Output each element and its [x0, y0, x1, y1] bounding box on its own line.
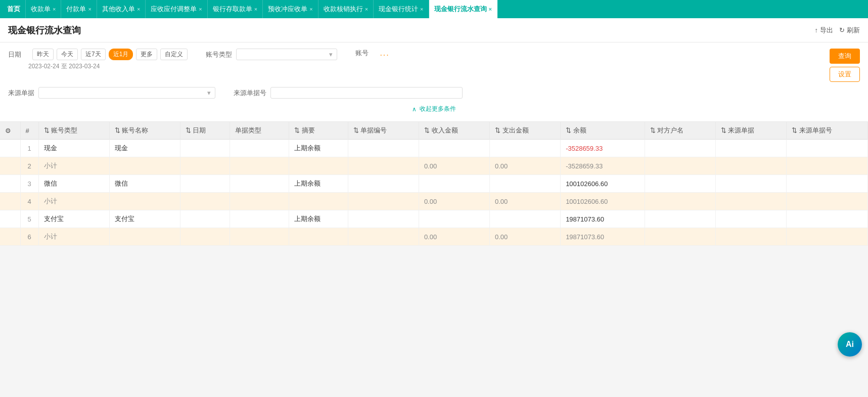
col-doc-no[interactable]: ⇅ 单据编号 — [348, 122, 419, 140]
row-income: 0.00 — [419, 228, 489, 246]
nav-tab-6-label: 收款核销执行 — [324, 5, 363, 14]
header-actions: ↑ 导出 ↻ 刷新 — [815, 26, 860, 35]
row-source-doc-no — [786, 175, 867, 193]
date-btn-custom[interactable]: 自定义 — [160, 49, 188, 60]
row-source-doc — [715, 157, 786, 175]
row-balance: 19871073.60 — [561, 210, 645, 228]
row-counterparty — [645, 193, 715, 210]
row-date — [180, 175, 230, 193]
row-num: 3 — [20, 175, 38, 193]
col-date[interactable]: ⇅ 日期 — [180, 122, 230, 140]
row-source-doc-no — [786, 157, 867, 175]
row-account-type: 小计 — [38, 228, 109, 246]
nav-tab-8[interactable]: 现金银行流水查询 × — [429, 0, 497, 18]
row-doc-type — [230, 193, 289, 210]
dropdown-icon: ▾ — [329, 51, 333, 58]
row-balance: -3528659.33 — [561, 157, 645, 175]
col-balance[interactable]: ⇅ 余额 — [561, 122, 645, 140]
nav-tab-6[interactable]: 收款核销执行 × — [318, 0, 374, 18]
row-income — [419, 175, 489, 193]
table-row: 1 现金 现金 上期余额 -3528659.33 — [0, 140, 868, 157]
date-options: 昨天 今天 近7天 近1月 更多 自定义 — [32, 49, 188, 60]
date-btn-today[interactable]: 今天 — [57, 49, 78, 60]
settings-button[interactable]: 设置 — [830, 67, 860, 82]
row-summary: 上期余额 — [289, 210, 348, 228]
row-balance: 19871073.60 — [561, 228, 645, 246]
row-num: 5 — [20, 210, 38, 228]
nav-tab-2[interactable]: 其他收入单 × — [97, 0, 146, 18]
date-btn-7days[interactable]: 近7天 — [81, 49, 106, 60]
export-icon: ↑ — [815, 26, 818, 34]
date-btn-more[interactable]: 更多 — [136, 49, 157, 60]
nav-tab-7-label: 现金银行统计 — [379, 5, 418, 14]
nav-tab-0[interactable]: 收款单 × — [26, 0, 61, 18]
table-row: 5 支付宝 支付宝 上期余额 19871073.60 — [0, 210, 868, 228]
row-income: 0.00 — [419, 157, 489, 175]
export-button[interactable]: ↑ 导出 — [815, 26, 834, 35]
row-account-name: 微信 — [109, 175, 180, 193]
row-account-type: 现金 — [38, 140, 109, 157]
row-expense: 0.00 — [490, 193, 561, 210]
nav-tab-3[interactable]: 应收应付调整单 × — [146, 0, 207, 18]
row-source-doc — [715, 140, 786, 157]
nav-tab-5-close[interactable]: × — [309, 6, 312, 12]
nav-home[interactable]: 首页 — [2, 0, 26, 18]
refresh-button[interactable]: ↻ 刷新 — [839, 26, 860, 35]
nav-tab-1-close[interactable]: × — [88, 6, 91, 12]
nav-tab-7-close[interactable]: × — [420, 6, 423, 12]
query-button[interactable]: 查询 — [830, 49, 860, 64]
row-doc-type — [230, 210, 289, 228]
col-expense[interactable]: ⇅ 支出金额 — [490, 122, 561, 140]
nav-tab-3-close[interactable]: × — [199, 6, 202, 12]
account-more-btn[interactable]: ... — [380, 49, 389, 58]
source-doc-no-label: 来源单据号 — [234, 89, 266, 98]
nav-tab-1[interactable]: 付款单 × — [61, 0, 97, 18]
col-counterparty[interactable]: ⇅ 对方户名 — [645, 122, 715, 140]
nav-tab-0-close[interactable]: × — [53, 6, 56, 12]
row-doc-no — [348, 157, 419, 175]
row-num: 2 — [20, 157, 38, 175]
row-account-type: 小计 — [38, 193, 109, 210]
row-date — [180, 140, 230, 157]
source-doc-no-input[interactable] — [270, 87, 463, 99]
row-doc-no — [348, 193, 419, 210]
source-doc-dropdown-icon: ▾ — [207, 89, 211, 97]
col-account-name[interactable]: ⇅ 账号名称 — [109, 122, 180, 140]
col-income[interactable]: ⇅ 收入金额 — [419, 122, 489, 140]
row-gear — [0, 193, 20, 210]
date-btn-1month[interactable]: 近1月 — [109, 49, 133, 60]
table-row: 6 小计 0.00 0.00 19871073.60 — [0, 228, 868, 246]
top-navigation: 首页 收款单 × 付款单 × 其他收入单 × 应收应付调整单 × 银行存取款单 … — [0, 0, 868, 18]
nav-tab-7[interactable]: 现金银行统计 × — [374, 0, 429, 18]
nav-tab-6-close[interactable]: × — [365, 6, 368, 12]
row-income — [419, 210, 489, 228]
row-summary — [289, 193, 348, 210]
date-btn-yesterday[interactable]: 昨天 — [32, 49, 54, 60]
nav-tab-5[interactable]: 预收冲应收单 × — [263, 0, 318, 18]
account-type-label: 账号类型 — [206, 50, 232, 59]
row-doc-type — [230, 140, 289, 157]
row-counterparty — [645, 228, 715, 246]
nav-tab-4-close[interactable]: × — [254, 6, 257, 12]
nav-tab-8-close[interactable]: × — [489, 6, 492, 12]
col-gear[interactable]: ⚙ — [0, 122, 20, 140]
row-source-doc-no — [786, 228, 867, 246]
table-header-row: ⚙ # ⇅ 账号类型 ⇅ 账号名称 ⇅ 日期 单据类型 ⇅ 摘要 ⇅ 单据编号 … — [0, 122, 868, 140]
col-source-doc-no[interactable]: ⇅ 来源单据号 — [786, 122, 867, 140]
row-source-doc-no — [786, 210, 867, 228]
row-doc-no — [348, 175, 419, 193]
row-account-type: 微信 — [38, 175, 109, 193]
refresh-label: 刷新 — [847, 26, 860, 35]
row-doc-no — [348, 228, 419, 246]
row-gear — [0, 140, 20, 157]
col-source-doc[interactable]: ⇅ 来源单据 — [715, 122, 786, 140]
nav-tab-2-close[interactable]: × — [137, 6, 140, 12]
nav-tab-2-label: 其他收入单 — [102, 5, 135, 14]
source-doc-select[interactable]: ▾ — [38, 87, 215, 99]
account-label: 账号 — [355, 49, 376, 58]
collapse-bar[interactable]: ∧ 收起更多条件 — [8, 103, 860, 115]
nav-tab-4[interactable]: 银行存取款单 × — [208, 0, 263, 18]
account-type-select[interactable]: ▾ — [236, 49, 337, 60]
row-gear — [0, 210, 20, 228]
col-account-type[interactable]: ⇅ 账号类型 — [38, 122, 109, 140]
